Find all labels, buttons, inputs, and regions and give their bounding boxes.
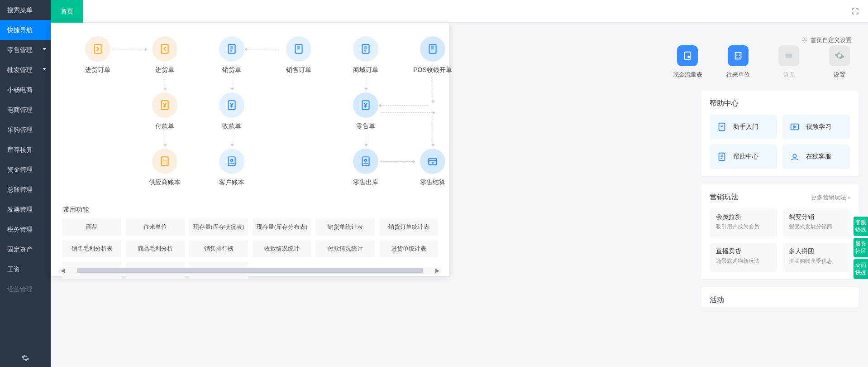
gear-icon	[801, 37, 808, 43]
arrow-icon	[165, 120, 165, 144]
doc-icon	[716, 151, 728, 163]
yen-doc-icon	[360, 99, 372, 111]
arrow-icon	[366, 63, 366, 88]
svg-rect-9	[94, 44, 101, 53]
common-payment-stats[interactable]: 付款情况统计	[316, 240, 375, 257]
building-icon	[733, 51, 743, 61]
flow-supplier-ledger[interactable]: 供供应商账本	[131, 149, 198, 187]
svg-rect-4	[786, 53, 792, 58]
sidebar-item-assets[interactable]: 固定资产	[0, 239, 51, 259]
arrow-icon	[366, 120, 366, 144]
sidebar-item-retail[interactable]: 零售管理	[0, 40, 51, 60]
gear-icon	[835, 51, 844, 61]
sidebar-item-wholesale[interactable]: 批发管理	[0, 60, 51, 80]
sidebar-item-ledger[interactable]: 总账管理	[0, 179, 51, 199]
svg-rect-1	[685, 52, 691, 60]
flow-customer-ledger[interactable]: 客户账本	[198, 149, 265, 187]
help-getting-started[interactable]: 新手入门	[710, 115, 777, 139]
sidebar: 搜索菜单 快捷导航 零售管理 批发管理 小畅电商 电商管理 采购管理 库存核算 …	[0, 0, 51, 367]
quick-cashflow[interactable]: 现金流量表	[668, 45, 707, 79]
headset-icon	[789, 151, 801, 163]
flow-retail-settle[interactable]: 零售结算	[399, 149, 466, 187]
activity-panel: 活动	[701, 287, 859, 308]
quick-actions: 现金流量表 往来单位 暂无 设置	[668, 45, 859, 79]
float-desktop[interactable]: 桌面快捷	[854, 259, 868, 279]
yen-doc-icon	[226, 99, 238, 111]
sidebar-item-salary[interactable]: 工资	[0, 259, 51, 279]
doc-icon	[360, 43, 372, 55]
fullscreen-icon	[851, 7, 859, 15]
video-icon	[789, 121, 801, 133]
sidebar-item-inventory[interactable]: 库存核算	[0, 140, 51, 159]
help-center[interactable]: 帮助中心	[710, 145, 777, 169]
doc-in-icon	[92, 43, 104, 55]
topbar: 首页	[51, 0, 868, 23]
workflow-diagram: 进货订单 进货单 销货单 销售订单 商城订单 POS收银开单 付款单 收款单 零…	[60, 36, 440, 204]
quick-empty[interactable]: 暂无	[769, 45, 808, 79]
sidebar-item-invoice[interactable]: 发票管理	[0, 199, 51, 219]
float-hotline[interactable]: 客服热线	[854, 217, 868, 236]
arrow-icon	[165, 63, 165, 88]
sidebar-item-tax[interactable]: 税务管理	[0, 219, 51, 239]
svg-text:供: 供	[162, 159, 167, 164]
side-floats: 客服热线 服务社区 桌面快捷	[854, 217, 868, 281]
common-stock-dist[interactable]: 现存量(库存分布表)	[253, 218, 311, 236]
svg-point-0	[804, 39, 806, 41]
fullscreen-button[interactable]	[847, 3, 863, 19]
common-gross-sales[interactable]: 销售毛利分析表	[62, 240, 121, 257]
market-group[interactable]: 多人拼团拼团购物享受优惠	[782, 243, 850, 272]
sidebar-item-funds[interactable]: 资金管理	[0, 159, 51, 179]
scroll-left-icon[interactable]: ◀	[59, 267, 66, 274]
doc-icon	[293, 43, 305, 55]
report-icon	[682, 51, 692, 61]
help-video[interactable]: 视频学习	[782, 115, 850, 139]
customer-icon	[226, 155, 238, 167]
sidebar-item-operation[interactable]: 经营管理	[0, 279, 51, 299]
doc-out-icon	[159, 43, 171, 55]
help-panel: 帮助中心 新手入门 视频学习 帮助中心 在线客服	[701, 91, 859, 176]
sidebar-item-xiaochang[interactable]: 小畅电商	[0, 80, 51, 100]
chevron-down-icon	[43, 68, 46, 70]
arrow-icon	[232, 63, 232, 88]
scroll-thumb[interactable]	[77, 268, 423, 273]
svg-point-21	[231, 159, 233, 161]
svg-rect-3	[735, 53, 741, 59]
quicknav-flyout: 进货订单 进货单 销货单 销售订单 商城订单 POS收银开单 付款单 收款单 零…	[51, 23, 449, 276]
horizontal-scrollbar[interactable]: ◀ ▶	[59, 267, 441, 274]
common-purchase-stats[interactable]: 进货单统计表	[379, 240, 438, 257]
sidebar-item-search[interactable]: 搜索菜单	[0, 0, 51, 20]
quick-settings[interactable]: 设置	[820, 45, 859, 79]
common-sales-stats[interactable]: 销货单统计表	[316, 218, 375, 236]
arrow-icon	[381, 112, 433, 113]
common-goods[interactable]: 商品	[62, 218, 121, 236]
help-service[interactable]: 在线客服	[782, 145, 850, 169]
float-community[interactable]: 服务社区	[854, 238, 868, 257]
marketing-more-link[interactable]: 更多营销玩法›	[811, 193, 850, 202]
sidebar-item-purchase[interactable]: 采购管理	[0, 120, 51, 140]
sidebar-item-ecom[interactable]: 电商管理	[0, 100, 51, 120]
common-sales-order-stats[interactable]: 销货订单统计表	[379, 218, 438, 236]
flow-purchase-order[interactable]: 进货订单	[64, 36, 131, 74]
arrow-icon	[247, 49, 279, 49]
gear-icon	[21, 354, 29, 362]
sidebar-item-quicknav[interactable]: 快捷导航	[0, 20, 51, 40]
quick-contacts[interactable]: 往来单位	[719, 45, 758, 79]
market-fission[interactable]: 裂变分销裂变式发展分销商	[782, 208, 850, 237]
common-stock-status[interactable]: 现存量(库存状况表)	[189, 218, 248, 236]
sidebar-settings[interactable]	[0, 349, 51, 367]
activity-title: 活动	[710, 295, 724, 305]
common-contacts[interactable]: 往来单位	[126, 218, 185, 236]
tab-home[interactable]: 首页	[51, 0, 83, 23]
common-gross-goods[interactable]: 商品毛利分析	[126, 240, 185, 257]
arrow-icon	[433, 112, 433, 144]
flow-retail-out[interactable]: 零售出库	[332, 149, 399, 187]
arrow-icon	[381, 161, 413, 162]
common-receipt-stats[interactable]: 收款情况统计	[253, 240, 311, 257]
customize-home-link[interactable]: 首页自定义设置	[801, 36, 852, 44]
scroll-right-icon[interactable]: ▶	[434, 267, 441, 274]
market-live[interactable]: 直播卖货场景式购物新玩法	[710, 243, 777, 272]
common-sales-rank[interactable]: 销售排行榜	[189, 240, 248, 257]
flow-sales-order[interactable]: 销售订单	[265, 36, 332, 74]
market-member[interactable]: 会员拉新吸引用户成为会员	[710, 208, 777, 237]
chevron-down-icon	[43, 48, 46, 50]
